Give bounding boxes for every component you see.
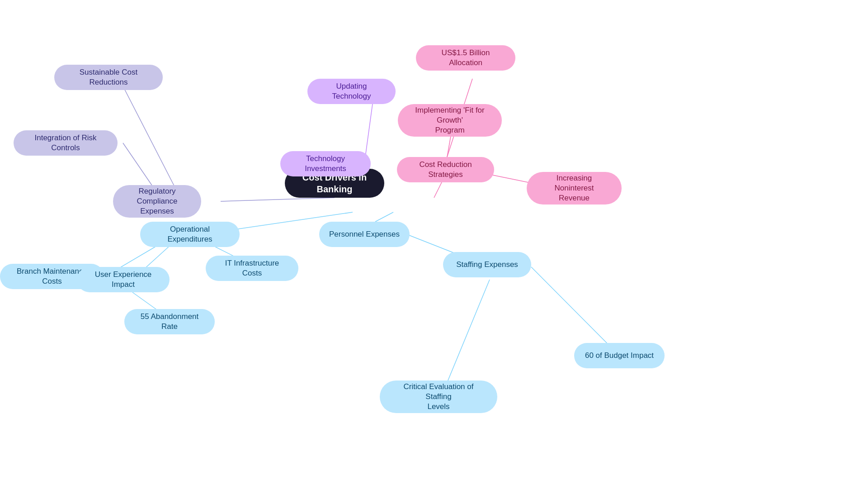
- staffing-node: Staffing Expenses: [443, 252, 531, 277]
- sustainable-node: Sustainable Cost Reductions: [54, 65, 163, 90]
- abandonment-node: 55 Abandonment Rate: [124, 309, 215, 334]
- updating-tech-node: Updating Technology: [307, 79, 396, 104]
- personnel-node: Personnel Expenses: [319, 222, 410, 247]
- critical-eval-node: Critical Evaluation of StaffingLevels: [380, 381, 497, 413]
- noninterest-node: Increasing NoninterestRevenue: [527, 172, 622, 205]
- budget-impact-node: 60 of Budget Impact: [574, 343, 665, 368]
- fit-growth-node: Implementing 'Fit for Growth'Program: [398, 104, 502, 137]
- integration-node: Integration of Risk Controls: [14, 130, 118, 156]
- svg-line-1: [118, 77, 176, 190]
- it-infra-node: IT Infrastructure Costs: [206, 256, 298, 281]
- svg-line-0: [221, 198, 335, 201]
- svg-line-17: [442, 280, 490, 395]
- operational-node: Operational Expenditures: [140, 222, 240, 247]
- tech-invest-node: Technology Investments: [280, 151, 371, 176]
- ux-impact-node: User Experience Impact: [77, 267, 170, 292]
- cost-reduction-node: Cost Reduction Strategies: [397, 157, 494, 182]
- regulatory-node: Regulatory ComplianceExpenses: [113, 185, 201, 218]
- us-billion-node: US$1.5 Billion Allocation: [416, 45, 515, 71]
- svg-line-14: [375, 212, 393, 222]
